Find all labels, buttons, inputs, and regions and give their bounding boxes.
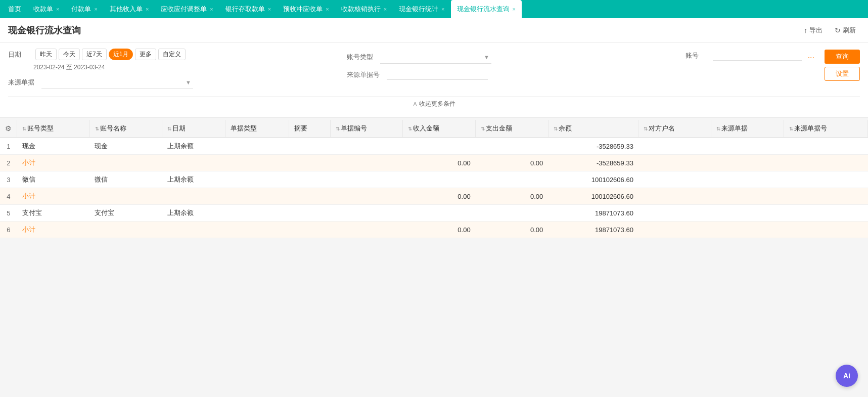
cell-doc-no	[330, 188, 403, 205]
nav-bank-deposit[interactable]: 银行存取款单 ×	[219, 0, 277, 18]
cell-source-doc-no	[784, 171, 867, 188]
cell-account-type: 支付宝	[17, 205, 90, 222]
cell-income: 0.00	[403, 222, 476, 238]
source-doc-select[interactable]: ▼	[41, 76, 193, 89]
account-ellipsis[interactable]: ...	[806, 51, 816, 60]
data-table-container: ⚙ ⇅账号类型 ⇅账号名称 ⇅日期 单据类型 摘要 ⇅单据编号 ⇅收入金额 ⇅支…	[0, 120, 868, 238]
table-row[interactable]: 6 小计 0.00 0.00 19871073.60	[0, 222, 868, 238]
nav-advance-receipt[interactable]: 预收冲应收单 ×	[277, 0, 335, 18]
cell-expense: 0.00	[476, 222, 549, 238]
col-date: ⇅日期	[162, 120, 225, 138]
cell-date	[162, 222, 225, 238]
cell-account-type: 现金	[17, 138, 90, 155]
account-type-row: 账号类型 ▼	[347, 51, 677, 64]
nav-bank-deposit-close[interactable]: ×	[268, 0, 271, 18]
cell-date: 上期余额	[162, 171, 225, 188]
col-account-type: ⇅账号类型	[17, 120, 90, 138]
table-row[interactable]: 1 现金 现金 上期余额 -3528659.33	[0, 138, 868, 155]
refresh-button[interactable]: ↻ 刷新	[831, 24, 860, 37]
table-settings-icon[interactable]: ⚙	[5, 124, 12, 133]
nav-other-income-close[interactable]: ×	[146, 0, 149, 18]
cell-doc-type	[225, 205, 289, 222]
table-row[interactable]: 5 支付宝 支付宝 上期余额 19871073.60	[0, 205, 868, 222]
table-row[interactable]: 2 小计 0.00 0.00 -3528659.33	[0, 155, 868, 171]
row-num: 4	[0, 188, 17, 205]
cell-doc-no	[330, 222, 403, 238]
account-type-arrow: ▼	[484, 54, 489, 60]
cell-source-doc-no	[784, 205, 867, 222]
cell-income: 0.00	[403, 188, 476, 205]
date-custom[interactable]: 自定义	[158, 49, 186, 60]
cell-balance: -3528659.33	[548, 155, 638, 171]
account-input[interactable]	[713, 51, 802, 61]
page-header: 现金银行流水查询 ↑ 导出 ↻ 刷新	[0, 18, 868, 42]
nav-cash-bank-flow[interactable]: 现金银行流水查询 ×	[451, 0, 522, 18]
account-type-select[interactable]: ▼	[380, 51, 491, 64]
filter-area: 日期 昨天 今天 近7天 近1月 更多 自定义 2023-02-24 至 202…	[0, 42, 868, 118]
date-yesterday[interactable]: 昨天	[35, 49, 57, 60]
cell-source-doc-no	[784, 222, 867, 238]
cell-summary	[289, 222, 330, 238]
cell-expense	[476, 171, 549, 188]
nav-payment[interactable]: 付款单 ×	[65, 0, 103, 18]
cell-balance: 19871073.60	[548, 205, 638, 222]
cell-date	[162, 188, 225, 205]
cell-doc-type	[225, 171, 289, 188]
date-today[interactable]: 今天	[59, 49, 80, 60]
cell-account-type: 微信	[17, 171, 90, 188]
top-navigation: 首页 收款单 × 付款单 × 其他收入单 × 应收应付调整单 × 银行存取款单 …	[0, 0, 868, 18]
cell-income	[403, 138, 476, 155]
row-num: 3	[0, 171, 17, 188]
account-type-label: 账号类型	[347, 53, 373, 62]
nav-home[interactable]: 首页	[2, 0, 27, 18]
account-label: 账号	[686, 51, 706, 60]
nav-adjustment-close[interactable]: ×	[210, 0, 213, 18]
source-doc-no-input[interactable]	[387, 70, 488, 80]
cell-summary	[289, 138, 330, 155]
col-doc-type: 单据类型	[225, 120, 289, 138]
date-more[interactable]: 更多	[135, 49, 156, 60]
nav-adjustment[interactable]: 应收应付调整单 ×	[155, 0, 219, 18]
row-num: 5	[0, 205, 17, 222]
nav-advance-receipt-close[interactable]: ×	[326, 0, 329, 18]
nav-bank-stats-close[interactable]: ×	[441, 0, 444, 18]
cell-doc-no	[330, 155, 403, 171]
cell-source-doc	[711, 205, 784, 222]
cell-counterpart	[638, 138, 711, 155]
nav-other-income[interactable]: 其他收入单 ×	[104, 0, 155, 18]
table-row[interactable]: 4 小计 0.00 0.00 100102606.60	[0, 188, 868, 205]
query-button[interactable]: 查询	[825, 50, 860, 64]
col-summary: 摘要	[289, 120, 330, 138]
account-row: 账号 ...	[686, 51, 816, 61]
settings-button[interactable]: 设置	[825, 67, 860, 81]
cell-expense: 0.00	[476, 188, 549, 205]
col-balance: ⇅余额	[548, 120, 638, 138]
col-counterpart: ⇅对方户名	[638, 120, 711, 138]
cell-account-type: 小计	[17, 188, 90, 205]
cell-date: 上期余额	[162, 205, 225, 222]
cell-doc-no	[330, 205, 403, 222]
page-title: 现金银行流水查询	[8, 24, 81, 36]
cell-balance: 100102606.60	[548, 171, 638, 188]
cell-balance: -3528659.33	[548, 138, 638, 155]
export-button[interactable]: ↑ 导出	[800, 24, 827, 37]
nav-cash-bank-flow-close[interactable]: ×	[513, 0, 516, 18]
collapse-bar[interactable]: ∧ 收起更多条件	[8, 96, 860, 111]
nav-receipt-close[interactable]: ×	[56, 0, 59, 18]
nav-writeoff[interactable]: 收款核销执行 ×	[335, 0, 393, 18]
nav-writeoff-close[interactable]: ×	[384, 0, 387, 18]
table-row[interactable]: 3 微信 微信 上期余额 100102606.60	[0, 171, 868, 188]
date-shortcuts: 昨天 今天 近7天 近1月 更多 自定义	[35, 49, 186, 60]
nav-receipt[interactable]: 收款单 ×	[27, 0, 65, 18]
cell-counterpart	[638, 155, 711, 171]
source-doc-no-row: 来源单据号	[347, 70, 677, 80]
nav-bank-stats[interactable]: 现金银行统计 ×	[393, 0, 450, 18]
data-table: ⚙ ⇅账号类型 ⇅账号名称 ⇅日期 单据类型 摘要 ⇅单据编号 ⇅收入金额 ⇅支…	[0, 120, 868, 238]
date-1month[interactable]: 近1月	[109, 49, 133, 60]
cell-summary	[289, 171, 330, 188]
source-doc-label: 来源单据	[8, 78, 34, 87]
nav-payment-close[interactable]: ×	[94, 0, 97, 18]
cell-income: 0.00	[403, 155, 476, 171]
date-7days[interactable]: 近7天	[82, 49, 107, 60]
date-range-display: 2023-02-24 至 2023-03-24	[33, 64, 105, 71]
